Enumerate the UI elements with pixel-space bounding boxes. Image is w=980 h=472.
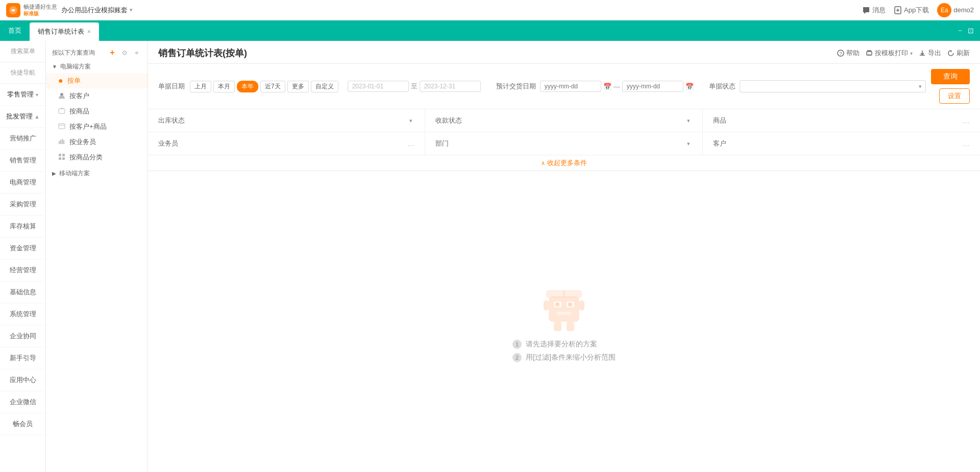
pc-section-header[interactable]: ▼ 电脑端方案 — [46, 60, 148, 73]
expected-date-to-input[interactable] — [622, 81, 683, 92]
add-scheme-button[interactable]: + — [108, 48, 117, 57]
right-panel: 销售订单统计表(按单) ? 帮助 按模板打印 ▾ 导出 — [148, 41, 980, 472]
empty-illustration — [538, 281, 590, 334]
date-quick-buttons: 上月 本月 本年 近7天 更多 自定义 — [190, 81, 338, 92]
svg-rect-4 — [59, 124, 65, 129]
dept-cell: 部门 — [425, 132, 702, 155]
by-category-icon — [58, 153, 65, 162]
doc-status-select-wrapper — [740, 80, 926, 92]
receipt-status-dropdown — [466, 115, 692, 126]
export-button[interactable]: 导出 — [919, 49, 941, 58]
collapse-up-icon: ∧ — [541, 160, 545, 167]
message-button[interactable]: 消息 — [862, 6, 886, 15]
refresh-button[interactable]: 刷新 — [947, 49, 970, 58]
sidebar-item-member[interactable]: 畅会员 — [0, 413, 45, 435]
tab-sales-order-stats[interactable]: 销售订单统计表 × — [30, 22, 99, 41]
collapse-filters-button[interactable]: ∧ 收起更多条件 — [148, 155, 980, 171]
sidebar-item-inventory[interactable]: 库存核算 — [0, 216, 45, 238]
product-input[interactable] — [730, 114, 963, 127]
print-button[interactable]: 按模板打印 ▾ — [866, 49, 913, 58]
edit-scheme-button[interactable]: ⊙ — [120, 48, 129, 57]
svg-rect-17 — [868, 54, 871, 55]
sidebar-item-marketing[interactable]: 营销推广 — [0, 128, 45, 150]
date-range: 至 — [348, 81, 481, 92]
salesperson-more-icon[interactable]: … — [407, 139, 414, 148]
filter-row-date: 单据日期 上月 本月 本年 近7天 更多 自定义 至 — [148, 64, 980, 109]
app-selector[interactable]: 办公用品行业模拟账套 ▾ — [61, 6, 133, 15]
top-bar: 畅捷通好生意 标准版 办公用品行业模拟账套 ▾ 消息 App下载 Ea demo… — [0, 0, 980, 20]
sidebar-quick-nav[interactable]: 快捷导航 — [0, 62, 45, 84]
doc-status-select[interactable] — [740, 80, 926, 92]
customer-more-icon[interactable]: … — [963, 139, 970, 148]
svg-rect-13 — [62, 157, 65, 160]
scheme-by-category[interactable]: 按商品分类 — [46, 150, 148, 165]
window-minimize-icon[interactable]: － — [957, 26, 964, 35]
scheme-by-customer-product[interactable]: 按客户+商品 — [46, 119, 148, 134]
mobile-section-header[interactable]: ▶ 移动端方案 — [46, 167, 148, 180]
expected-date-from-input[interactable] — [540, 81, 601, 92]
date-to-input[interactable] — [420, 81, 481, 92]
calendar-from-icon[interactable]: 📅 — [603, 83, 611, 90]
query-button[interactable]: 查询 — [931, 69, 970, 84]
svg-rect-8 — [62, 139, 63, 144]
ship-status-select[interactable] — [189, 115, 414, 126]
window-maximize-icon[interactable]: ⊡ — [968, 27, 974, 35]
svg-rect-9 — [63, 140, 64, 144]
by-order-icon: ● — [58, 76, 63, 85]
collapse-panel-button[interactable]: « — [132, 48, 141, 57]
this-month-button[interactable]: 本月 — [213, 81, 235, 92]
sidebar-item-system[interactable]: 系统管理 — [0, 303, 45, 325]
dept-select[interactable] — [453, 138, 692, 149]
filter-section: 单据日期 上月 本月 本年 近7天 更多 自定义 至 — [148, 64, 980, 171]
last7days-button[interactable]: 近7天 — [260, 81, 285, 92]
product-more-icon[interactable]: … — [963, 116, 970, 125]
empty-tips: 1 请先选择要分析的方案 2 用[过滤]条件来缩小分析范围 — [512, 340, 616, 362]
sidebar-item-enterprise[interactable]: 企业协同 — [0, 325, 45, 347]
more-date-button[interactable]: 更多 — [287, 81, 309, 92]
sidebar-item-app-center[interactable]: 应用中心 — [0, 369, 45, 391]
svg-rect-24 — [554, 322, 561, 331]
receipt-status-select[interactable] — [466, 115, 692, 126]
custom-date-button[interactable]: 自定义 — [311, 81, 338, 92]
last-month-button[interactable]: 上月 — [190, 81, 211, 92]
sidebar-search[interactable]: 搜索菜单 — [0, 41, 45, 62]
svg-rect-23 — [579, 300, 584, 311]
empty-tip-1: 1 请先选择要分析的方案 — [512, 340, 616, 349]
wholesale-arrow-icon: ▲ — [35, 114, 40, 120]
top-bar-right: 消息 App下载 Ea demo2 — [862, 3, 974, 17]
date-from-input[interactable] — [348, 81, 409, 92]
sidebar-item-sales[interactable]: 销售管理 — [0, 150, 45, 172]
sidebar-item-wholesale[interactable]: 批发管理 ▲ — [0, 106, 45, 128]
current-year-button[interactable]: 本年 — [237, 81, 258, 92]
sidebar-item-finance[interactable]: 资金管理 — [0, 238, 45, 259]
settings-button[interactable]: 设置 — [939, 88, 970, 104]
logo-area: 畅捷通好生意 标准版 — [6, 3, 57, 17]
calendar-to-icon[interactable]: 📅 — [685, 83, 694, 90]
sidebar-item-wechat[interactable]: 企业微信 — [0, 391, 45, 413]
sidebar-item-newbie[interactable]: 新手引导 — [0, 347, 45, 369]
sidebar-item-basic-info[interactable]: 基础信息 — [0, 281, 45, 303]
scheme-by-product[interactable]: 按商品 — [46, 104, 148, 119]
nav-tabs: 首页 销售订单统计表 × － ⊡ — [0, 20, 980, 41]
svg-rect-22 — [544, 300, 549, 311]
tab-close-icon[interactable]: × — [87, 28, 91, 35]
sidebar-item-retail[interactable]: 零售管理 ▾ — [0, 84, 45, 106]
customer-input[interactable] — [730, 137, 963, 150]
scheme-by-order[interactable]: ● 按单 — [46, 73, 148, 88]
by-customer-product-icon — [58, 123, 65, 131]
user-avatar[interactable]: Ea demo2 — [937, 3, 974, 17]
sidebar-item-operations[interactable]: 经营管理 — [0, 259, 45, 281]
help-button[interactable]: ? 帮助 — [837, 49, 860, 58]
sidebar-item-ecommerce[interactable]: 电商管理 — [0, 172, 45, 194]
tab-home[interactable]: 首页 — [0, 20, 30, 41]
expected-date-range: 📅 — 📅 — [540, 81, 694, 92]
svg-text:?: ? — [839, 51, 842, 56]
scheme-by-customer[interactable]: 按客户 — [46, 88, 148, 104]
sidebar-item-purchase[interactable]: 采购管理 — [0, 194, 45, 216]
customer-cell: 客户 … — [703, 132, 980, 155]
salesperson-input[interactable] — [182, 137, 407, 150]
avatar: Ea — [937, 3, 951, 17]
left-panel-actions: + ⊙ « — [108, 48, 141, 57]
app-download-button[interactable]: App下载 — [894, 6, 929, 15]
scheme-by-salesperson[interactable]: 按业务员 — [46, 134, 148, 150]
